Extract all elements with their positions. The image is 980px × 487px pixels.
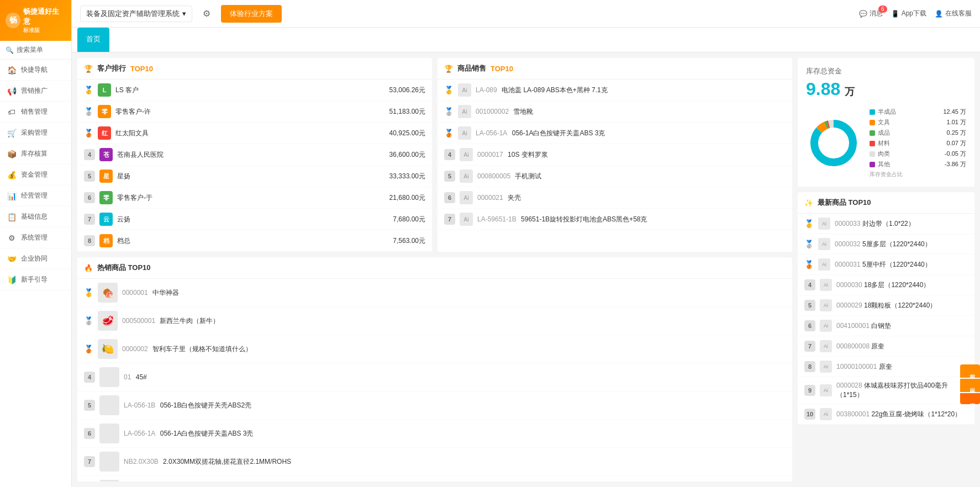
live-button[interactable]: 直播 — [960, 393, 980, 404]
sidebar-item-label: 营销推广 — [21, 86, 48, 96]
sidebar-item-label: 基础信息 — [21, 212, 48, 221]
product-rank-item: 5 Ai 000800005 手机测试 — [438, 166, 792, 187]
product-image-placeholder — [99, 367, 119, 387]
new-product-item: 10 Ai 003800001 22g鱼豆腐-烧烤味（1*12*20） — [798, 404, 974, 425]
customer-avatar: L — [98, 83, 111, 97]
customer-name: 零售客户-于 — [117, 193, 385, 203]
chart-subtitle: 库存资金占比 — [870, 171, 966, 178]
app-download-button[interactable]: 📱 App下载 — [891, 9, 926, 18]
product-thumbnail: Ai — [458, 126, 471, 140]
basic-info-icon: 📋 — [7, 213, 17, 221]
product-thumbnail: Ai — [460, 170, 473, 183]
product-image: 🥩 — [98, 311, 118, 331]
app-subtitle: 标准版 — [23, 27, 66, 34]
inventory-legend: 半成品 12.45 万 文具 1.01 万 成品 0.25 万 — [870, 108, 966, 178]
home-icon: 🏠 — [7, 66, 17, 75]
sidebar-item-finance[interactable]: 💰 资金管理 — [0, 165, 71, 186]
product-ranking-panel: 🏆 商品销售 TOP10 🥇 Ai LA-089 电池盖 LA-089 ABS本… — [438, 58, 792, 252]
online-service-label: 在线客服 — [945, 9, 972, 18]
message-badge: 6 — [878, 6, 887, 13]
hot-product-info: LA-056-1A 056-1A白色按键开关盖ABS 3壳 — [124, 429, 786, 438]
search-menu[interactable]: 🔍 搜索菜单 — [0, 41, 71, 60]
sidebar-item-label: 新手引导 — [21, 275, 48, 284]
product-image: 🍋 — [98, 339, 118, 359]
customer-amount: 51,183.00元 — [389, 107, 425, 117]
hot-product-name: 新西兰牛肉（新牛） — [160, 317, 219, 325]
sidebar-item-label: 快捷导航 — [21, 65, 48, 75]
customer-avatar: 云 — [99, 213, 113, 226]
system-selector[interactable]: 装备及固定资产辅助管理系统 ▾ — [80, 6, 192, 22]
product-name: 59651-1B旋转投影灯电池盒ABS黑色+58克 — [521, 215, 647, 223]
legend-color-icon — [870, 162, 875, 167]
customer-rank-item: 7 云 云扬 7,680.00元 — [77, 209, 432, 230]
sidebar-item-inventory[interactable]: 📦 库存核算 — [0, 144, 71, 165]
new-product-thumbnail: Ai — [820, 384, 832, 396]
hot-product-code: 01 — [124, 373, 131, 381]
customer-amount: 7,563.00元 — [393, 236, 425, 246]
inventory-icon: 📦 — [7, 150, 17, 158]
hot-product-info: 01 45# — [124, 373, 786, 381]
product-image-placeholder — [99, 480, 119, 481]
gold-trophy-icon: 🥇 — [444, 86, 454, 94]
hot-product-item: 🥇 🍖 0000001 中华神器 — [77, 279, 792, 307]
hot-products-header: 🔥 热销商品 TOP10 — [77, 257, 792, 279]
customer-panel-header: 🏆 客户排行 TOP10 — [77, 58, 432, 80]
new-products-title: 最新商品 TOP10 — [818, 198, 871, 208]
new-product-info: 003800001 22g鱼豆腐-烧烤味（1*12*20） — [836, 410, 968, 419]
settings-button[interactable]: ⚙ — [198, 5, 215, 23]
product-thumbnail: Ai — [460, 191, 473, 204]
new-product-item: 🥇 Ai 0000033 封边带（1.0*22） — [798, 214, 974, 234]
rank-number: 10 — [804, 409, 815, 420]
search-icon: 🔍 — [6, 46, 14, 54]
sidebar-item-marketing[interactable]: 📢 营销推广 — [0, 81, 71, 102]
new-product-item: 🥉 Ai 0000031 5厘中纤（1220*2440） — [798, 255, 974, 275]
legend-item: 材料 0.07 万 — [870, 139, 966, 147]
product-name: 夹壳 — [508, 194, 521, 202]
customer-name: 云扬 — [117, 215, 388, 224]
hot-product-info: LA-056-1B 056-1B白色按键开关壳ABS2壳 — [124, 401, 786, 410]
hot-product-code: 000500001 — [122, 317, 155, 325]
message-button[interactable]: 💬 消息 6 — [859, 9, 883, 18]
new-products-header: ✨ 最新商品 TOP10 — [798, 192, 974, 214]
customer-avatar: 苍 — [99, 148, 113, 161]
rank-number: 7 — [444, 214, 455, 225]
product-image: 🍖 — [98, 283, 118, 303]
sidebar-item-quick-nav[interactable]: 🏠 快捷导航 — [0, 60, 71, 81]
marketing-icon: 📢 — [7, 87, 17, 96]
rank-number: 4 — [444, 149, 455, 160]
sidebar-item-system[interactable]: ⚙ 系统管理 — [0, 227, 71, 248]
customer-service-button[interactable]: 客服热线 — [960, 364, 980, 378]
new-product-info: 0000033 封边带（1.0*22） — [835, 219, 968, 229]
sidebar-item-label: 企业协同 — [21, 254, 48, 263]
bottom-row: 🔥 热销商品 TOP10 🥇 🍖 0000001 — [77, 257, 792, 481]
new-product-thumbnail: Ai — [820, 340, 832, 352]
rank-number: 5 — [804, 300, 815, 311]
sidebar-item-enterprise[interactable]: 🤝 企业协同 — [0, 248, 71, 269]
bronze-trophy-icon: 🥉 — [444, 129, 454, 137]
sales-icon: 🏷 — [7, 108, 17, 117]
new-product-item: 4 Ai 0000030 18多层（1220*2440） — [798, 275, 974, 295]
center-panels: 🏆 客户排行 TOP10 🥇 L LS 客户 53,006.26元 — [77, 58, 792, 481]
product-name: 电池盖 LA-089 ABS本色+黑种 7.1克 — [502, 86, 608, 94]
customer-name: 档总 — [117, 236, 388, 246]
tab-home[interactable]: 首页 — [77, 28, 109, 52]
online-service-button[interactable]: 👤 在线客服 — [935, 9, 972, 18]
new-product-item: 🥈 Ai 0000032 5厘多层（1220*2440） — [798, 234, 974, 255]
floating-buttons: 客服热线 服务社区 直播 — [960, 364, 980, 404]
top-row: 🏆 客户排行 TOP10 🥇 L LS 客户 53,006.26元 — [77, 58, 792, 252]
sidebar-item-basic-info[interactable]: 📋 基础信息 — [0, 207, 71, 227]
customer-rank-item: 🥈 零 零售客户-许 51,183.00元 — [77, 101, 432, 123]
sidebar-item-purchase[interactable]: 🛒 采购管理 — [0, 123, 71, 144]
sidebar-item-guide[interactable]: 🔰 新手引导 — [0, 269, 71, 290]
hot-product-code: NB2.0X30B — [124, 458, 159, 465]
community-button[interactable]: 服务社区 — [960, 379, 980, 392]
product-info: 0000021 夹壳 — [477, 193, 786, 203]
trophy-icon: 🏆 — [444, 65, 453, 73]
new-product-info: 004100001 白钢垫 — [836, 321, 968, 331]
product-rank-item: 🥉 Ai LA-056-1A 056-1A白色按键开关盖ABS 3克 — [438, 123, 792, 144]
sidebar-item-operation[interactable]: 📊 经营管理 — [0, 186, 71, 207]
legend-color-icon — [870, 109, 875, 115]
dropdown-icon: ▾ — [182, 9, 186, 18]
sidebar-item-sales[interactable]: 🏷 销售管理 — [0, 102, 71, 123]
trial-button[interactable]: 体验行业方案 — [221, 5, 282, 23]
